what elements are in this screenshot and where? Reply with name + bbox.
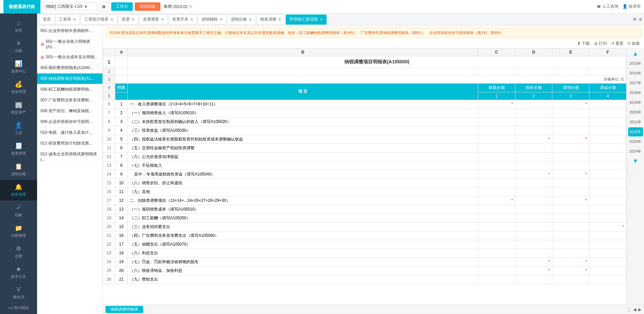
tab-tax-clear-close[interactable]: ✕ xyxy=(278,17,281,22)
bottom-tab-item[interactable]: 纳税调整明细表 xyxy=(105,306,143,313)
bottom-more-icon[interactable]: ⋮ xyxy=(627,307,631,312)
year-item-2022[interactable]: 2022年 xyxy=(628,127,643,136)
company-selector[interactable]: (物副) 江西股宝-LSS ▼ xyxy=(43,3,97,10)
left-panel-item-004[interactable]: 004-期间费用明细表(A1040... xyxy=(37,63,102,73)
tab-input-tax-close[interactable]: ✕ xyxy=(219,17,223,22)
print-button[interactable]: 🖨 打印 xyxy=(594,41,607,46)
workbench-button[interactable]: 工作台 xyxy=(111,2,133,11)
tab-bar-more-btn[interactable]: ≡ xyxy=(639,17,642,23)
left-panel-item-011[interactable]: 011-研发费用加计扣除优惠... xyxy=(37,138,102,149)
notice-bar: 2019年度涉及取以前年度继续数据的申报表单元格需要手工维护正确，才能保证本年及… xyxy=(105,28,641,38)
error-icon: ⊗ xyxy=(40,41,44,47)
sidebar-item-home[interactable]: ⌂ 首页 xyxy=(0,16,37,36)
sidebar-item-payroll[interactable]: 👤 工资 xyxy=(0,118,37,139)
left-panel-item-002[interactable]: ⊗ 002-一般企业收入明细表(A1... xyxy=(37,36,102,52)
year-item-2017[interactable]: 2017年 xyxy=(628,78,643,88)
table-row: 10 5 （四）按权益法核算长期股权投资对初始投资成本调整确认收益 * * xyxy=(103,135,626,144)
tab-invoice-close[interactable]: ✕ xyxy=(131,17,135,22)
left-panel-item-003[interactable]: ⊗ 003-一般企业成本支出明细... xyxy=(37,52,102,63)
left-panel-item-007[interactable]: 007-广告费和业务宣传费附... xyxy=(37,95,102,106)
table-header-row1: 4 行次 项 目 账载全额 税收全额 调增全额 调减全额 xyxy=(103,83,626,92)
tab-invoice-open-close[interactable]: ✕ xyxy=(190,17,193,22)
col-header-E: E xyxy=(552,48,589,56)
table-row: 9 4 （三）投资收益（填写A105030） xyxy=(103,126,626,135)
table-row: 17 12 二、扣除类调整项目（13+14+...24+26+27+28+29+… xyxy=(103,196,626,205)
unfix-button[interactable]: ◁◁ 取消固定 xyxy=(6,303,31,312)
sidebar-item-input-mgmt[interactable]: 📋 进销台账 xyxy=(0,159,37,180)
tab-income-tax-close[interactable]: ✕ xyxy=(319,17,323,22)
bottom-scroll-right[interactable]: ▶ xyxy=(638,307,641,312)
tab-payroll[interactable]: 工资表 ✕ xyxy=(55,14,80,25)
sidebar-item-invoice-mgmt[interactable]: 🧾 发票管理 xyxy=(0,139,37,159)
refresh-button[interactable]: ↻ 刷新 xyxy=(627,41,640,46)
tab-payroll-report-close[interactable]: ✕ xyxy=(110,17,114,22)
year-nav-up[interactable]: ▲ xyxy=(631,49,640,59)
left-panel-item-009[interactable]: 009-企业所得税弥补亏损明... xyxy=(37,117,102,127)
left-panel-item-001[interactable]: 001-企业所得税年度纳税申... xyxy=(37,26,102,36)
year-item-2021[interactable]: 2021年 xyxy=(628,118,643,127)
sidebar-item-new-guide[interactable]: ★ 新手引导 xyxy=(0,262,37,283)
sidebar-item-asset-mgmt[interactable]: 💰 资金管理 xyxy=(0,77,37,98)
right-panel: 2019年度涉及取以前年度继续数据的申报表单元格需要手工维护正确，才能保证本年及… xyxy=(103,26,644,314)
tab-income-tax[interactable]: 所得税汇算清缴 ✕ xyxy=(286,14,327,25)
check-icon: ✓ xyxy=(16,204,21,211)
tab-invoice-calc-close[interactable]: ✕ xyxy=(161,17,164,22)
col-header-B: B xyxy=(128,48,478,56)
year-item-2023[interactable]: 2023年 xyxy=(628,137,643,146)
sidebar-item-general-ledger[interactable]: ≡ 总账 xyxy=(0,36,37,57)
tab-input-ledger-close[interactable]: ✕ xyxy=(249,17,252,22)
sidebar-item-report-center[interactable]: 📊 报表中心 xyxy=(0,57,37,77)
user-avatar[interactable]: 👤 徐泽华 xyxy=(622,4,641,9)
tab-payroll-report[interactable]: 工资统计报表 ✕ xyxy=(81,14,117,25)
tab-home[interactable]: 首页 xyxy=(39,14,55,25)
sidebar-item-tax-mgmt[interactable]: 🔔 税务管理 xyxy=(0,180,37,200)
tab-bar-close-btn[interactable]: ✕ xyxy=(633,16,637,23)
spreadsheet-container: A B C D E F xyxy=(103,48,626,305)
copy-icon[interactable]: ⊞ xyxy=(99,2,109,11)
tab-bar: 首页 工资表 ✕ 工资统计报表 ✕ 发票 ✕ 发票测算 ✕ 发票开具 ✕ xyxy=(37,13,644,26)
sidebar-item-archive[interactable]: 📁 归档管理 xyxy=(0,221,37,242)
table-row: 8 3 （二）未按权责发生制原则确认的收入（填写A105020） xyxy=(103,117,626,126)
year-item-2018[interactable]: 2018年 xyxy=(628,88,643,97)
tab-tax-clear[interactable]: 税表清册 ✕ xyxy=(256,14,285,25)
reset-button[interactable]: ↺ 重置 xyxy=(611,41,623,46)
row-num-1: 1 xyxy=(103,56,115,68)
tab-invoice[interactable]: 发票 ✕ xyxy=(118,14,139,25)
tab-invoice-calc[interactable]: 发票测算 ✕ xyxy=(139,14,168,25)
top-bar: 畅捷通易代账 (物副) 江西股宝-LSS ▼ ⊞ 工作台 切到旧版 账期 202… xyxy=(0,0,644,13)
sidebar-item-fixed-assets[interactable]: 🏢 固定资产 xyxy=(0,98,37,118)
year-item-2015[interactable]: 2015年 xyxy=(628,59,643,68)
left-panel-item-008[interactable]: 008-资产折旧、摊销及纳税... xyxy=(37,106,102,117)
left-panel-item-006[interactable]: 006-职工薪酬纳税调整明细... xyxy=(37,84,102,95)
sidebar-item-settings[interactable]: ⚙ 设置 xyxy=(0,242,37,262)
money-icon: 💰 xyxy=(15,81,22,88)
left-panel-item-005[interactable]: 005-纳税调整项目明细表(A1... xyxy=(37,73,102,84)
old-version-button[interactable]: 切到旧版 xyxy=(135,2,160,11)
left-panel-item-012[interactable]: 012-减免企业所得税优惠明细表(... xyxy=(37,149,102,164)
home-icon: ⌂ xyxy=(17,20,21,27)
invoice-icon: 🧾 xyxy=(15,142,22,150)
table-row: 21 16 （四）广告费和业务宣传费支出（填写A105060） xyxy=(103,231,626,240)
bottom-right: ⋮ ◀ ▶ xyxy=(627,307,641,312)
period-info: 账期 2023-02 ✎ xyxy=(164,4,192,9)
sidebar-item-vip[interactable]: V 畅会员 xyxy=(0,283,37,303)
reset-icon: ↺ xyxy=(611,41,614,46)
building-icon: 🏢 xyxy=(15,101,22,108)
left-panel-item-010[interactable]: 010-免税、减计收入及加计... xyxy=(37,127,102,138)
year-item-2019[interactable]: 2019年 xyxy=(628,98,643,107)
col4-header: 调减全额 xyxy=(589,83,626,92)
customer-service-btn[interactable]: ☎ 人工咨询 xyxy=(597,4,618,9)
tab-input-ledger[interactable]: 进销台账 ✕ xyxy=(227,14,256,25)
bottom-scroll-left[interactable]: ◀ xyxy=(633,307,636,312)
tab-input-tax[interactable]: 进销稽校 ✕ xyxy=(198,14,226,25)
sidebar-item-settlement[interactable]: ✓ 结账 xyxy=(0,200,37,221)
bell-icon: 🔔 xyxy=(15,183,22,191)
year-nav-down[interactable]: ▼ xyxy=(631,156,640,166)
period-edit-icon[interactable]: ✎ xyxy=(189,4,192,9)
year-item-2024[interactable]: 2024年 xyxy=(628,147,643,156)
year-item-2016[interactable]: 2016年 xyxy=(628,69,643,78)
tab-payroll-close[interactable]: ✕ xyxy=(73,17,76,22)
tab-invoice-open[interactable]: 发票开具 ✕ xyxy=(168,14,197,25)
year-item-2020[interactable]: 2020年 xyxy=(628,108,643,117)
download-button[interactable]: ⬇ 下载 xyxy=(577,41,590,46)
